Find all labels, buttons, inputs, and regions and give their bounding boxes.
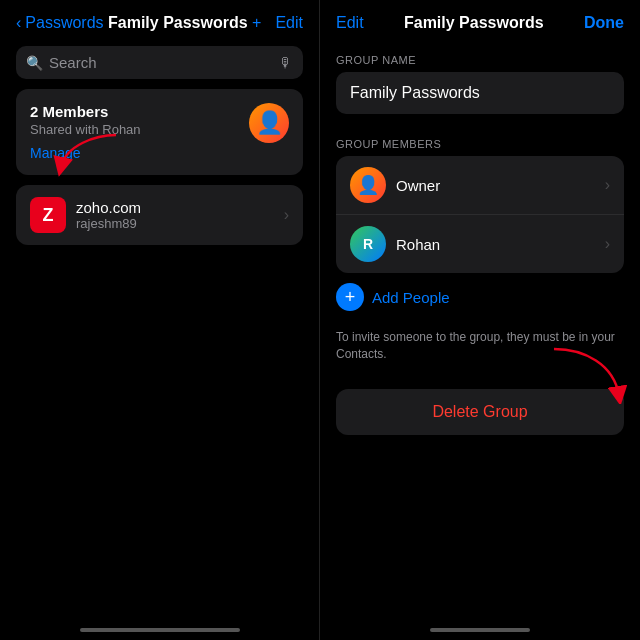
owner-row[interactable]: 👤 Owner › xyxy=(336,156,624,215)
zoho-left: Z zoho.com rajeshm89 xyxy=(30,197,141,233)
search-bar[interactable]: 🔍 Search 🎙 xyxy=(16,46,303,79)
members-list: 👤 Owner › R Rohan › xyxy=(336,156,624,273)
right-edit-button[interactable]: Edit xyxy=(336,14,364,32)
invite-hint: To invite someone to the group, they mus… xyxy=(320,321,640,379)
zoho-domain: zoho.com xyxy=(76,199,141,216)
group-name-field[interactable]: Family Passwords xyxy=(336,72,624,114)
right-panel: Edit Family Passwords Done GROUP NAME Fa… xyxy=(320,0,640,640)
group-name-label: GROUP NAME xyxy=(320,40,640,72)
rohan-name: Rohan xyxy=(396,236,440,253)
rohan-left: R Rohan xyxy=(350,226,440,262)
zoho-icon: Z xyxy=(30,197,66,233)
home-indicator xyxy=(80,628,240,632)
delete-group-label[interactable]: Delete Group xyxy=(432,403,527,420)
left-header: ‹ Passwords Family Passwords + Edit xyxy=(0,0,319,40)
group-name-value[interactable]: Family Passwords xyxy=(350,84,480,101)
rohan-avatar: R xyxy=(350,226,386,262)
members-info: 2 Members Shared with Rohan Manage xyxy=(30,103,141,161)
zoho-item[interactable]: Z zoho.com rajeshm89 › xyxy=(16,185,303,245)
done-button[interactable]: Done xyxy=(584,14,624,32)
zoho-username: rajeshm89 xyxy=(76,216,141,231)
right-header: Edit Family Passwords Done xyxy=(320,0,640,40)
rohan-row[interactable]: R Rohan › xyxy=(336,215,624,273)
add-people-row[interactable]: + Add People xyxy=(320,273,640,321)
manage-link[interactable]: Manage xyxy=(30,145,141,161)
rohan-chevron-icon: › xyxy=(605,235,610,253)
left-panel-title: Family Passwords xyxy=(108,14,248,32)
header-actions: + Edit xyxy=(252,14,303,32)
add-people-icon: + xyxy=(336,283,364,311)
back-chevron-icon: ‹ xyxy=(16,14,21,32)
avatar: 👤 xyxy=(249,103,289,143)
search-input[interactable]: Search xyxy=(49,54,273,71)
owner-avatar: 👤 xyxy=(350,167,386,203)
zoho-text: zoho.com rajeshm89 xyxy=(76,199,141,231)
home-indicator-right xyxy=(430,628,530,632)
delete-group-button[interactable]: Delete Group xyxy=(336,389,624,435)
owner-name: Owner xyxy=(396,177,440,194)
back-nav[interactable]: ‹ Passwords xyxy=(16,14,104,32)
add-people-label[interactable]: Add People xyxy=(372,289,450,306)
members-shared: Shared with Rohan xyxy=(30,122,141,137)
search-icon: 🔍 xyxy=(26,55,43,71)
mic-icon[interactable]: 🎙 xyxy=(279,55,293,71)
add-button[interactable]: + xyxy=(252,14,261,32)
members-count: 2 Members xyxy=(30,103,141,120)
back-label[interactable]: Passwords xyxy=(25,14,103,32)
group-members-label: GROUP MEMBERS xyxy=(320,124,640,156)
left-panel: ‹ Passwords Family Passwords + Edit 🔍 Se… xyxy=(0,0,320,640)
zoho-chevron-icon: › xyxy=(284,206,289,224)
owner-chevron-icon: › xyxy=(605,176,610,194)
members-card[interactable]: 2 Members Shared with Rohan Manage 👤 xyxy=(16,89,303,175)
owner-left: 👤 Owner xyxy=(350,167,440,203)
right-panel-title: Family Passwords xyxy=(404,14,544,32)
edit-button[interactable]: Edit xyxy=(275,14,303,32)
